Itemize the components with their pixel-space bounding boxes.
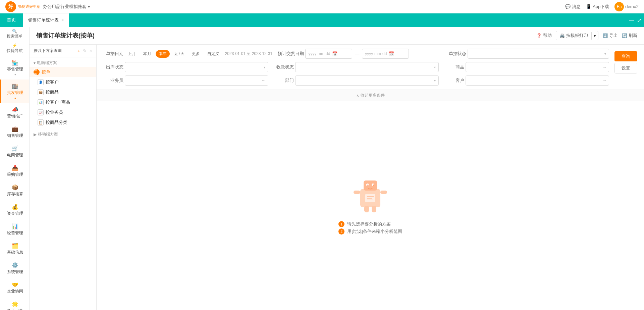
stock-status-select[interactable]: ▾ (125, 62, 268, 72)
user-avatar-text: Ea (617, 4, 622, 9)
refresh-icon: 🔄 (622, 33, 627, 38)
sidebar-item-wholesale[interactable]: 🏬 批发管理 ▴ (0, 80, 29, 103)
salesman-more-icon[interactable]: ··· (262, 78, 265, 83)
edit-scheme-btn[interactable]: ✎ (83, 48, 87, 54)
tab-home[interactable]: 首页 (0, 13, 23, 27)
sidebar-item-finance[interactable]: 💰 资金管理 (0, 200, 29, 220)
more-date-btn[interactable]: 更多 (189, 50, 203, 58)
app-download-action[interactable]: 📱 App下载 (586, 4, 609, 10)
tree-node-bycustomer[interactable]: 👤 按客户 (30, 77, 96, 87)
sidebar-item-marketing[interactable]: 📣 营销推广 (0, 103, 29, 122)
step2-num: 2 (338, 228, 344, 235)
expected-date-start-input[interactable]: yyyy-mm-dd 📅 (305, 49, 352, 59)
tab-home-label: 首页 (7, 17, 16, 23)
tree-node-bygoods-icon: 📦 (38, 89, 44, 95)
department-select[interactable]: ▾ (295, 75, 439, 86)
tree-node-bycategory-label: 按商品分类 (46, 119, 67, 125)
left-panel: 按以下方案查询 + ✎ « ▾ 电脑端方案 按单 按单 👤 (30, 45, 97, 310)
workspace-dropdown[interactable]: 办公用品行业模拟账套 ▾ (43, 4, 90, 10)
refresh-label: 刷新 (629, 33, 637, 39)
sidebar-item-inventory[interactable]: 📦 库存核算 (0, 181, 29, 200)
tree-node-bycategory[interactable]: 📋 按商品分类 (30, 117, 96, 127)
query-btn[interactable]: 查询 (614, 51, 637, 61)
payment-status-select[interactable]: ▾ (295, 62, 439, 72)
tree-node-bysalesman[interactable]: 📈 按业务员 (30, 107, 96, 117)
retail-icon: 🏪 (12, 59, 18, 66)
print-icon: 🖨️ (559, 33, 565, 38)
tree-mobile-expand-icon: ▶ (34, 132, 37, 137)
workspace-label: 办公用品行业模拟账套 (43, 4, 87, 10)
sidebar-item-newbie[interactable]: 🌟 新手引导 (0, 298, 29, 310)
date-filter-group: 单据日期 上月 本月 本年 近7天 更多 自定义 (103, 50, 272, 58)
print-dropdown-btn[interactable]: ▾ (591, 32, 598, 40)
app-download-icon: 📱 (586, 4, 591, 9)
tree-node-byjob-label: 按单 (42, 69, 50, 75)
tree-section-mobile: ▶ 移动端方案 (30, 129, 96, 140)
empty-svg-illustration (347, 175, 394, 216)
current-year-btn[interactable]: 本年 (156, 50, 170, 58)
goods-filter-label: 商品 (444, 64, 464, 70)
sidebar-item-enterprise[interactable]: 🤝 企业协同 (0, 278, 29, 298)
this-month-btn[interactable]: 本月 (140, 50, 154, 58)
tree-section-desktop: ▾ 电脑端方案 按单 按单 👤 按客户 📦 按商品 (30, 57, 96, 129)
collapse-bar-icon: ∧ (356, 93, 359, 98)
expected-date-group: 预计交货日期 yyyy-mm-dd 📅 — yyyy-mm-dd 📅 (278, 49, 441, 59)
setting-btn[interactable]: 设置 (614, 63, 637, 73)
expected-date-end-input[interactable]: yyyy-mm-dd 📅 (362, 49, 409, 59)
sidebar-item-ecommerce[interactable]: 🛒 电商管理 (0, 142, 29, 161)
refresh-btn[interactable]: 🔄 刷新 (622, 33, 637, 39)
tree-node-bycustomer-icon: 👤 (38, 79, 44, 85)
tab-active[interactable]: 销售订单统计表 × (23, 13, 69, 27)
goods-more-icon[interactable]: ··· (603, 65, 606, 69)
sidebar-item-operations[interactable]: 📊 经营管理 (0, 220, 29, 239)
tab-minimize-btn[interactable]: — (629, 17, 634, 23)
add-scheme-btn[interactable]: + (77, 48, 80, 54)
goods-input[interactable]: ··· (466, 62, 609, 72)
sidebar-search[interactable]: 🔍 搜索菜单 (0, 27, 29, 41)
export-btn[interactable]: ⬇️ 导出 (602, 33, 618, 39)
date-range-text: 2023-01-01 至 2023-12-31 (225, 51, 272, 57)
logo-text: 畅捷通好生意 (18, 4, 40, 9)
top-bar: 好 畅捷通好生意 办公用品行业模拟账套 ▾ 💬 消息 📱 App下载 Ea de… (0, 0, 644, 13)
collapse-panel-btn[interactable]: « (90, 48, 92, 54)
help-label: 帮助 (543, 33, 552, 39)
sidebar-item-sales[interactable]: 💼 销售管理 (0, 122, 29, 142)
customer-more-icon[interactable]: ··· (603, 78, 606, 83)
message-label: 消息 (572, 4, 581, 10)
user-profile-action[interactable]: Ea demo2 (614, 2, 639, 11)
tree-section-mobile-header[interactable]: ▶ 移动端方案 (30, 130, 96, 139)
status-select[interactable]: ▾ (468, 49, 609, 59)
sidebar-item-purchase[interactable]: 📥 采购管理 (0, 161, 29, 181)
sidebar-quick-nav[interactable]: ⚡ 快捷导航 (0, 41, 29, 56)
tree-node-bygoods[interactable]: 📦 按商品 (30, 87, 96, 97)
tree-section-desktop-header[interactable]: ▾ 电脑端方案 (30, 59, 96, 67)
calendar-end-icon[interactable]: 📅 (389, 51, 394, 56)
custom-date-btn[interactable]: 自定义 (204, 50, 222, 58)
tree-node-byjob[interactable]: 按单 按单 (30, 67, 96, 77)
svg-rect-8 (364, 206, 369, 212)
help-btn[interactable]: ❓ 帮助 (536, 33, 552, 39)
expected-date-end-placeholder: yyyy-mm-dd (365, 51, 387, 56)
last7days-btn[interactable]: 近7天 (171, 50, 187, 58)
sidebar-item-retail[interactable]: 🏪 零售管理 ▾ (0, 56, 29, 80)
calendar-start-icon[interactable]: 📅 (332, 51, 337, 56)
department-chevron-icon: ▾ (434, 79, 436, 83)
salesman-input[interactable]: ··· (125, 75, 268, 86)
sidebar-item-system-label: 系统管理 (7, 269, 23, 275)
user-name: demo2 (625, 4, 639, 9)
tree-node-bycustomergoods[interactable]: 📊 按客户+商品 (30, 97, 96, 107)
last-month-btn[interactable]: 上月 (125, 50, 139, 58)
stock-status-chevron-icon: ▾ (264, 65, 265, 69)
sidebar-item-basics[interactable]: 🗂️ 基础信息 (0, 239, 29, 259)
empty-steps-list: 1 请先选择要分析的方案 2 用[过滤]条件来缩小分析范围 (338, 221, 402, 236)
tab-close-icon[interactable]: × (61, 18, 64, 22)
sidebar-item-system[interactable]: ⚙️ 系统管理 (0, 259, 29, 278)
collapse-bar[interactable]: ∧ 收起更多条件 (97, 90, 644, 101)
tab-maximize-btn[interactable]: ⤢ (637, 17, 641, 23)
print-btn[interactable]: 🖨️ 按模板打印 (556, 31, 591, 40)
left-panel-header: 按以下方案查询 + ✎ « (30, 45, 96, 57)
message-action[interactable]: 💬 消息 (565, 4, 581, 10)
customer-input[interactable]: ··· (466, 75, 609, 86)
empty-step2: 2 用[过滤]条件来缩小分析范围 (338, 228, 402, 235)
print-label: 按模板打印 (566, 33, 588, 39)
